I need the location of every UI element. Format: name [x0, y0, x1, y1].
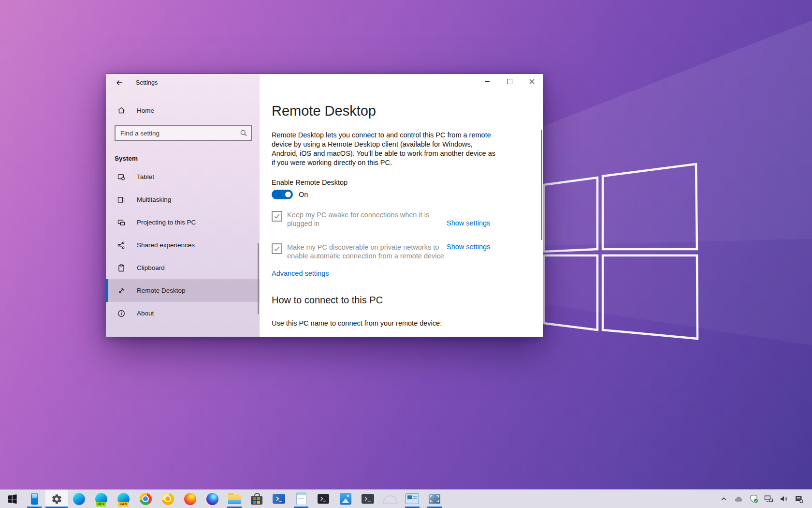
onedrive-cloud-icon [734, 495, 743, 502]
notepad-icon [296, 493, 306, 505]
taskbar-media-app-button[interactable] [401, 490, 423, 508]
taskbar-cmd-button[interactable] [312, 490, 334, 508]
sidebar-item-label: Remote Desktop [137, 287, 186, 294]
close-icon [529, 79, 535, 84]
security-shield-icon [750, 494, 758, 503]
sidebar-item-tablet[interactable]: Tablet [106, 165, 260, 188]
taskbar-powershell-button[interactable] [268, 490, 290, 508]
media-app-icon [406, 493, 419, 504]
edge-icon [73, 493, 85, 505]
dome-app-icon [383, 495, 397, 503]
action-center-icon [795, 494, 803, 503]
powershell-icon [273, 494, 285, 504]
action-center-button[interactable] [791, 490, 806, 508]
keep-awake-checkbox[interactable] [272, 211, 282, 222]
network-tray-button[interactable] [761, 490, 776, 508]
search-input[interactable] [119, 129, 240, 137]
maximize-button[interactable] [498, 74, 521, 89]
firefox-nightly-icon [206, 493, 218, 505]
taskbar: DEV CAN [0, 489, 812, 508]
taskbar-your-phone-button[interactable] [23, 490, 45, 508]
toggle-row: On [272, 190, 543, 199]
back-arrow-icon [116, 79, 123, 87]
dev-badge: DEV [96, 502, 106, 507]
sidebar-item-clipboard[interactable]: Clipboard [106, 256, 260, 279]
checkbox-check-icon [274, 213, 280, 220]
discoverable-checkbox[interactable] [272, 243, 282, 254]
clipboard-icon [117, 264, 125, 272]
advanced-settings-link[interactable]: Advanced settings [272, 269, 329, 277]
settings-window: Settings Home System [106, 74, 543, 337]
sidebar-item-remote-desktop[interactable]: Remote Desktop [106, 279, 260, 302]
taskbar-chrome-button[interactable] [134, 490, 157, 508]
content-scrollbar[interactable] [541, 130, 542, 240]
sidebar-section-label: System [115, 155, 260, 162]
firefox-icon [184, 493, 196, 505]
remote-desktop-toggle[interactable] [272, 190, 293, 199]
maximize-icon [507, 79, 512, 84]
toggle-state-label: On [299, 191, 308, 198]
volume-tray-button[interactable] [776, 490, 791, 508]
taskbar-edge-canary-button[interactable]: CAN [112, 490, 134, 508]
canary-badge: CAN [118, 502, 129, 507]
tablet-icon [117, 173, 125, 181]
taskbar-snip-sketch-button[interactable] [423, 490, 446, 508]
taskbar-apps: DEV CAN [1, 490, 446, 508]
keep-awake-label: Keep my PC awake for connections when it… [287, 210, 447, 228]
sidebar-home-label: Home [137, 107, 154, 114]
sidebar-item-multitasking[interactable]: Multitasking [106, 188, 260, 211]
close-button[interactable] [521, 74, 543, 89]
edge-dev-icon: DEV [95, 493, 107, 505]
show-settings-link-discoverable[interactable]: Show settings [447, 243, 490, 251]
start-button[interactable] [1, 490, 23, 508]
discoverable-label: Make my PC discoverable on private netwo… [287, 243, 447, 260]
windows-security-tray-button[interactable] [746, 490, 761, 508]
onedrive-tray-button[interactable] [731, 490, 746, 508]
discoverable-row: Make my PC discoverable on private netwo… [272, 243, 499, 260]
taskbar-settings-button[interactable] [45, 490, 68, 508]
taskbar-store-button[interactable] [246, 490, 268, 508]
edge-canary-icon: CAN [117, 493, 130, 505]
page-description: Remote Desktop lets you connect to and c… [272, 131, 543, 167]
chrome-canary-icon [162, 493, 174, 505]
sidebar-item-about[interactable]: About [106, 302, 260, 325]
taskbar-notepad-button[interactable] [290, 490, 312, 508]
home-icon [117, 106, 125, 114]
taskbar-edge-button[interactable] [68, 490, 90, 508]
pc-name-instruction: Use this PC name to connect from your re… [272, 319, 543, 327]
system-tray [716, 490, 806, 508]
sidebar-item-shared-experiences[interactable]: Shared experiences [106, 234, 260, 256]
taskbar-edge-dev-button[interactable]: DEV [90, 490, 112, 508]
sidebar-item-home[interactable]: Home [106, 101, 260, 120]
sidebar-nav: Tablet Multitasking Projecting to this P… [106, 165, 260, 325]
taskbar-chrome-canary-button[interactable] [157, 490, 179, 508]
sidebar-item-label: Projecting to this PC [137, 219, 196, 226]
sidebar-item-projecting[interactable]: Projecting to this PC [106, 211, 260, 234]
sidebar-scrollbar[interactable] [258, 243, 259, 314]
back-button[interactable] [115, 78, 124, 88]
sidebar-item-label: Shared experiences [137, 241, 195, 249]
minimize-button[interactable] [476, 74, 498, 89]
shared-experiences-icon [117, 241, 125, 249]
taskbar-dome-app-button[interactable] [379, 490, 401, 508]
keep-awake-row: Keep my PC awake for connections when it… [272, 210, 499, 228]
remote-desktop-icon [117, 287, 125, 295]
page-title: Remote Desktop [272, 101, 543, 120]
taskbar-file-explorer-button[interactable] [223, 490, 246, 508]
search-icon [240, 129, 247, 137]
show-settings-link-awake[interactable]: Show settings [447, 219, 490, 227]
taskbar-firefox-button[interactable] [179, 490, 201, 508]
volume-icon [780, 495, 788, 503]
show-hidden-icons-button[interactable] [716, 490, 731, 508]
taskbar-firefox-nightly-button[interactable] [201, 490, 223, 508]
taskbar-photos-button[interactable] [334, 490, 357, 508]
about-icon [117, 310, 125, 317]
checkbox-check-icon [274, 245, 280, 252]
windows-terminal-icon [362, 494, 374, 504]
windows-start-icon [7, 493, 18, 505]
sidebar-item-label: Clipboard [137, 264, 165, 271]
snip-sketch-icon [429, 494, 440, 504]
projecting-icon [117, 219, 125, 226]
windows-logo-wallpaper [540, 160, 701, 343]
taskbar-terminal-button[interactable] [357, 490, 379, 508]
